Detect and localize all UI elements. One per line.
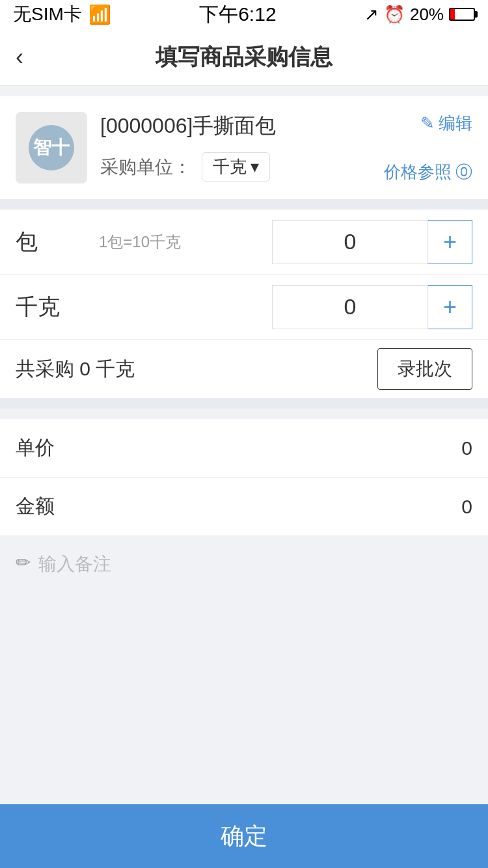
price-ref-button[interactable]: 价格参照 ⓪ (384, 161, 472, 183)
kg-input[interactable] (272, 285, 428, 329)
unit-price-label: 单价 (16, 435, 55, 461)
input-section: 包 1包=10千克 + 千克 + 共采购 0 千克 录批次 (0, 210, 488, 398)
page-title: 填写商品采购信息 (156, 42, 332, 72)
amount-row: 金额 0 (0, 478, 488, 536)
divider-2 (0, 398, 488, 409)
unit-price-value: 0 (461, 437, 472, 459)
back-button[interactable]: ‹ (16, 44, 23, 71)
remark-section[interactable]: ✏ 输入备注 (0, 536, 488, 601)
status-bar: 无SIM卡 📶 下午6:12 ↗ ⏰ 20% (0, 0, 488, 29)
bottom-space (0, 601, 488, 796)
remark-icon: ✏ (16, 552, 31, 573)
kg-plus-icon: + (443, 293, 457, 321)
unit-price-row: 单价 0 (0, 419, 488, 478)
battery-percent: 20% (410, 5, 444, 25)
location-icon: ↗ (364, 5, 379, 25)
help-icon: ⓪ (455, 161, 472, 183)
product-card: 智十 [0000006]手撕面包 采购单位： 千克 ▾ ✎ 编辑 价格参照 ⓪ (0, 96, 488, 199)
kg-plus-button[interactable]: + (428, 285, 472, 329)
confirm-label: 确定 (221, 821, 267, 852)
info-section: 单价 0 金额 0 (0, 419, 488, 536)
summary-text: 共采购 0 千克 (16, 356, 135, 383)
package-plus-icon: + (443, 228, 457, 256)
package-input-row: 包 1包=10千克 + (0, 210, 488, 275)
status-left: 无SIM卡 📶 (13, 2, 111, 27)
product-image-text: 智十 (29, 125, 74, 170)
package-input-right: + (272, 220, 472, 264)
remark-input: 输入备注 (38, 552, 111, 576)
package-input[interactable] (272, 220, 428, 264)
wifi-icon: 📶 (88, 4, 111, 25)
kg-input-right: + (272, 285, 472, 329)
package-label: 包 (16, 227, 94, 257)
kg-label: 千克 (16, 292, 94, 322)
divider-1 (0, 199, 488, 210)
unit-select[interactable]: 千克 ▾ (202, 152, 270, 182)
batch-button[interactable]: 录批次 (377, 348, 472, 390)
summary-row: 共采购 0 千克 录批次 (0, 340, 488, 398)
amount-value: 0 (461, 496, 472, 518)
confirm-button[interactable]: 确定 (0, 804, 488, 868)
unit-value: 千克 (213, 156, 247, 178)
package-plus-button[interactable]: + (428, 220, 472, 264)
product-name: [0000006]手撕面包 (100, 112, 472, 141)
edit-icon: ✎ (420, 113, 435, 133)
carrier-label: 无SIM卡 (13, 2, 82, 27)
status-time: 下午6:12 (199, 1, 276, 28)
chevron-down-icon: ▾ (251, 157, 259, 177)
alarm-icon: ⏰ (384, 5, 405, 25)
product-image: 智十 (16, 112, 87, 183)
amount-label: 金额 (16, 493, 55, 520)
status-right: ↗ ⏰ 20% (364, 5, 475, 25)
kg-input-row: 千克 + (0, 275, 488, 340)
price-ref-label: 价格参照 (384, 161, 452, 183)
nav-bar: ‹ 填写商品采购信息 (0, 29, 488, 86)
edit-button[interactable]: ✎ 编辑 (420, 112, 472, 135)
battery-icon (449, 8, 475, 21)
unit-label: 采购单位： (100, 155, 191, 180)
edit-label: 编辑 (439, 112, 472, 135)
package-sublabel: 1包=10千克 (99, 232, 181, 252)
